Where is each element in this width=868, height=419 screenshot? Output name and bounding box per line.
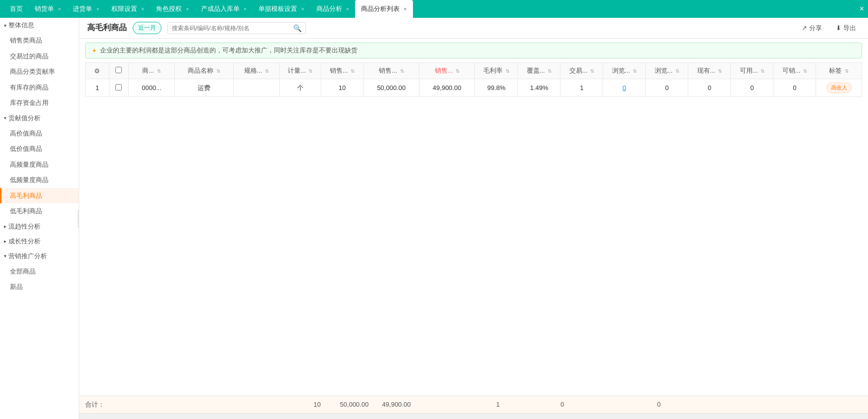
sort-icon-margin: ⇅ (506, 68, 510, 74)
col-code[interactable]: 商... ⇅ (129, 63, 175, 79)
col-tag[interactable]: 标签 ⇅ (816, 63, 862, 79)
horizontal-scrollbar[interactable] (79, 413, 868, 419)
cell-browse1[interactable]: 0 (603, 79, 646, 97)
cell-unit: 个 (279, 79, 321, 97)
col-cover-rate[interactable]: 覆盖... ⇅ (518, 63, 561, 79)
browse1-link[interactable]: 0 (622, 84, 626, 92)
sidebar-group-growth-analysis[interactable]: ▸ 成长性分析 (0, 234, 79, 249)
sidebar-collapse-button[interactable]: 《 (78, 210, 79, 228)
footer-cell-trade: 1 (482, 401, 514, 408)
col-sales-amount[interactable]: 销售... ⇅ (363, 63, 419, 79)
close-product-analysis-list-tab[interactable]: × (404, 6, 407, 12)
col-spec[interactable]: 规格... ⇅ (234, 63, 280, 79)
sidebar-item-low-freq[interactable]: 低频量度商品 (0, 172, 79, 188)
footer-cell-qty: 10 (301, 401, 333, 408)
sidebar-item-goods-contribution[interactable]: 商品分类贡献率 (0, 64, 79, 80)
footer-cell-spacer1 (125, 401, 143, 408)
nav-tab-role[interactable]: 角色授权 × (150, 0, 195, 18)
nav-tab-home[interactable]: 首页 (4, 0, 29, 18)
table-container[interactable]: ⚙ 商... ⇅ 商品名称 ⇅ (79, 62, 868, 395)
footer-cell-browse1 (514, 401, 546, 408)
close-sales-tab[interactable]: × (58, 6, 61, 12)
data-table: ⚙ 商... ⇅ 商品名称 ⇅ (85, 62, 862, 97)
col-stock-sale[interactable]: 可销... ⇅ (773, 63, 816, 79)
main-layout: 《 ▾ 整体信息 销售类商品 交易过的商品 商品分类贡献率 有库存的商品 库存资… (0, 18, 868, 419)
sidebar-item-high-freq[interactable]: 高频量度商品 (0, 157, 79, 173)
sidebar-group-marketing-analysis[interactable]: ▾ 营销推广分析 (0, 249, 79, 264)
cell-cover-rate: 1.49% (518, 79, 561, 97)
col-browse2[interactable]: 浏览... ⇅ (646, 63, 688, 79)
col-browse1[interactable]: 浏览... ⇅ (603, 63, 646, 79)
sidebar-item-high-margin[interactable]: 高毛利商品 (0, 188, 79, 204)
col-stock-current[interactable]: 现有... ⇅ (688, 63, 731, 79)
sidebar-item-traded-goods[interactable]: 交易过的商品 (0, 48, 79, 64)
footer-cell-stock-sale: 0 (643, 401, 675, 408)
nav-tab-product-analysis[interactable]: 商品分析 × (310, 0, 355, 18)
col-unit[interactable]: 计量... ⇅ (279, 63, 321, 79)
sidebar-item-all-goods[interactable]: 全部商品 (0, 264, 79, 279)
sidebar: 《 ▾ 整体信息 销售类商品 交易过的商品 商品分类贡献率 有库存的商品 库存资… (0, 18, 79, 419)
footer-cell-spec (237, 401, 271, 408)
sort-icon-tag: ⇅ (845, 68, 849, 74)
cell-checkbox (109, 79, 129, 97)
sidebar-group-trend-analysis[interactable]: ▸ 流趋性分析 (0, 219, 79, 234)
select-all-checkbox[interactable] (115, 67, 122, 73)
sort-icon-trade: ⇅ (590, 68, 594, 74)
time-filter-button[interactable]: 近一月 (133, 22, 161, 34)
cell-sales-amount: 50,000.00 (363, 79, 419, 97)
nav-tab-product-entry[interactable]: 产成品入库单 × (195, 0, 253, 18)
search-icon[interactable]: 🔍 (293, 24, 302, 32)
col-trade-count[interactable]: 交易... ⇅ (561, 63, 603, 79)
footer-cell-spacer2 (143, 401, 157, 408)
sort-icon-unit: ⇅ (308, 68, 312, 74)
close-product-entry-tab[interactable]: × (244, 6, 247, 12)
content-area: 高毛利商品 近一月 🔍 ↗ 分享 ⬇ 导出 ✦ 企业的主要的利润都是这部分商品创… (79, 18, 868, 419)
settings-icon[interactable]: ⚙ (94, 67, 100, 75)
nav-tab-purchase[interactable]: 进货单 × (67, 0, 105, 18)
sidebar-group-overall-info[interactable]: ▾ 整体信息 (0, 18, 79, 33)
col-margin-rate[interactable]: 毛利率 ⇅ (475, 63, 518, 79)
nav-tab-order-template[interactable]: 单据模板设置 × (253, 0, 310, 18)
sort-icon-amount: ⇅ (400, 68, 404, 74)
total-label: 合计： (85, 400, 125, 409)
footer-cell-name (192, 401, 237, 408)
arrow-right-icon2: ▸ (4, 238, 6, 244)
search-input[interactable] (172, 25, 290, 32)
sidebar-item-new-goods[interactable]: 新品 (0, 279, 79, 295)
tag-badge-high-income: 高收入 (826, 83, 852, 93)
sidebar-group-wealth-analysis[interactable]: ▾ 贡献值分析 (0, 111, 79, 126)
sidebar-item-stock-funds[interactable]: 库存资金占用 (0, 95, 79, 111)
col-index: ⚙ (86, 63, 109, 79)
sidebar-item-high-value[interactable]: 高价值商品 (0, 126, 79, 141)
sidebar-item-low-value[interactable]: 低价值商品 (0, 141, 79, 157)
close-product-analysis-tab[interactable]: × (346, 6, 349, 12)
share-button[interactable]: ↗ 分享 (798, 22, 826, 34)
sidebar-item-sales-goods[interactable]: 销售类商品 (0, 33, 79, 48)
close-order-template-tab[interactable]: × (301, 6, 304, 12)
close-purchase-tab[interactable]: × (96, 6, 99, 12)
close-role-tab[interactable]: × (186, 6, 189, 12)
col-stock-usable[interactable]: 可用... ⇅ (731, 63, 773, 79)
share-icon: ↗ (802, 24, 807, 32)
nav-tab-product-analysis-list[interactable]: 商品分析列表 × (355, 0, 412, 18)
sidebar-item-stocked-goods[interactable]: 有库存的商品 (0, 80, 79, 95)
content-header: 高毛利商品 近一月 🔍 ↗ 分享 ⬇ 导出 (79, 18, 868, 39)
sidebar-item-low-margin[interactable]: 低毛利商品 (0, 203, 79, 219)
footer-cell-margin (417, 401, 450, 408)
row-checkbox[interactable] (115, 84, 122, 91)
col-name[interactable]: 商品名称 ⇅ (174, 63, 233, 79)
cell-sales-cost: 49,900.00 (419, 79, 475, 97)
footer-cell-stock-current (578, 401, 611, 408)
col-sales-qty[interactable]: 销售... ⇅ (321, 63, 363, 79)
nav-tab-permission[interactable]: 权限设置 × (105, 0, 150, 18)
cell-stock-current: 0 (688, 79, 731, 97)
col-sales-cost[interactable]: 销售... ⇅ (419, 63, 475, 79)
close-permission-tab[interactable]: × (141, 6, 144, 12)
app-close-button[interactable]: × (860, 4, 864, 13)
nav-tab-sales[interactable]: 销货单 × (29, 0, 67, 18)
arrow-down-icon: ▾ (4, 23, 6, 28)
export-button[interactable]: ⬇ 导出 (832, 22, 860, 34)
sort-icon-stock-sale: ⇅ (803, 68, 807, 74)
arrow-right-icon: ▸ (4, 224, 6, 229)
info-icon: ✦ (92, 47, 97, 54)
